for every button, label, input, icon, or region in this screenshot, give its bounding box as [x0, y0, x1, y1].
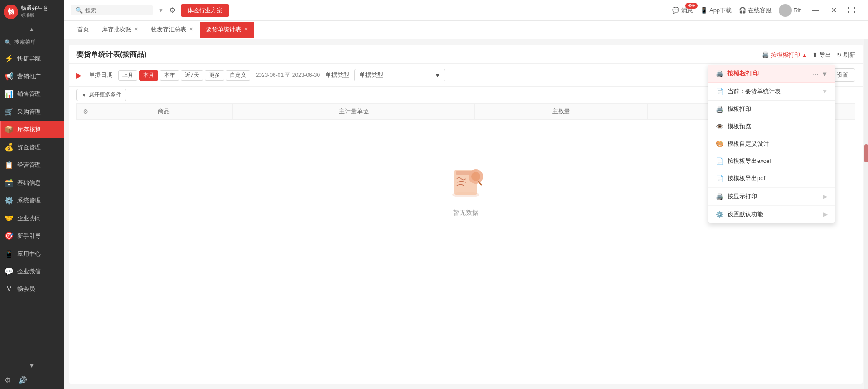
sidebar-item-marketing[interactable]: 📢 营销推广	[0, 67, 64, 85]
sidebar-item-inventory[interactable]: 📦 库存核算	[0, 121, 64, 138]
template-print-icon: 🖨️	[716, 106, 723, 113]
dropdown-print-icon: 🖨️	[716, 70, 723, 77]
refresh-btn[interactable]: ↻ 刷新	[837, 51, 855, 59]
sidebar-item-vip[interactable]: V 畅会员	[0, 280, 64, 298]
display-print-arrow: ▶	[823, 193, 828, 200]
tab-home[interactable]: 首页	[71, 22, 95, 38]
col-settings-icon[interactable]: ⚙	[83, 108, 89, 115]
header-dropdown-arrow[interactable]: ▼	[158, 7, 164, 14]
dropdown-close-arrow[interactable]: ▼	[822, 71, 828, 77]
export-btn[interactable]: ⬆ 导出	[813, 51, 831, 59]
template-pdf-icon: 📄	[716, 175, 723, 182]
type-label: 单据类型	[325, 71, 349, 79]
template-preview-icon: 👁️	[716, 123, 723, 130]
export-icon: ⬆	[813, 51, 818, 58]
dropdown-item-template-design[interactable]: 🎨 模板自定义设计	[708, 135, 835, 152]
print-icon: 🖨️	[762, 51, 769, 58]
system-icon: ⚙️	[5, 196, 14, 205]
empty-illustration	[443, 156, 489, 202]
dropdown-menu: 🖨️ 按模板打印 ··· ▼ 📄 当前：要货单统计表 ▼ 🖨️	[708, 65, 835, 223]
tab-order-summary[interactable]: 要货单统计表 ✕	[200, 22, 254, 38]
dropdown-more-icon[interactable]: ···	[813, 71, 818, 77]
dropdown-item-template-preview[interactable]: 👁️ 模板预览	[708, 118, 835, 135]
date-btn-more[interactable]: 更多	[205, 70, 224, 81]
tab-close-receipt-summary[interactable]: ✕	[189, 26, 193, 32]
col-settings[interactable]: ⚙	[77, 104, 95, 120]
minimize-button[interactable]: —	[806, 1, 824, 20]
trial-btn[interactable]: 体验行业方案	[181, 4, 229, 17]
date-btn-this-month[interactable]: 本月	[139, 70, 158, 81]
header-search-input[interactable]	[85, 7, 140, 14]
sidebar-item-purchase[interactable]: 🛒 采购管理	[0, 103, 64, 121]
app-download-icon: 📱	[700, 7, 708, 14]
sidebar-item-operations[interactable]: 📋 经营管理	[0, 156, 64, 174]
sidebar-item-finance[interactable]: 💰 资金管理	[0, 138, 64, 156]
settings-footer-icon[interactable]: ⚙	[5, 376, 11, 384]
filter-expand-arrow[interactable]: ▶	[76, 71, 82, 80]
wechat-icon: 💬	[5, 267, 14, 276]
guide-icon: 🎯	[5, 232, 14, 240]
dropdown-item-template-print[interactable]: 🖨️ 模板打印	[708, 101, 835, 118]
template-excel-icon: 📄	[716, 157, 723, 165]
user-avatar-item[interactable]: Rit	[779, 4, 801, 17]
quick-nav-icon: ⚡	[5, 54, 14, 63]
marketing-icon: 📢	[5, 72, 14, 81]
date-range: 2023-06-01 至 2023-06-30	[256, 71, 320, 79]
sidebar-item-system[interactable]: ⚙️ 系统管理	[0, 192, 64, 209]
message-icon: 💬	[672, 7, 679, 14]
sidebar-item-enterprise[interactable]: 🤝 企业协同	[0, 209, 64, 227]
sidebar-item-basic-info[interactable]: 🗃️ 基础信息	[0, 174, 64, 192]
page-actions: 🖨️ 按模板打印 ▲ ⬆ 导出 ↻ 刷新	[762, 51, 855, 59]
search-icon: 🔍	[5, 39, 11, 45]
header-search-bar[interactable]: 🔍	[71, 5, 153, 15]
dropdown-current-arrow: ▼	[822, 88, 828, 95]
set-default-arrow: ▶	[823, 211, 828, 217]
message-item[interactable]: 💬 消息 99+	[672, 6, 693, 15]
dropdown-current-icon: 📄	[716, 88, 723, 95]
sidebar-item-sales[interactable]: 📊 销售管理	[0, 85, 64, 103]
col-unit: 主计量单位	[232, 104, 475, 120]
dropdown-header-right: ··· ▼	[813, 71, 828, 77]
dropdown-item-template-excel[interactable]: 📄 按模板导出excel	[708, 152, 835, 170]
sidebar-scroll-down[interactable]: ▼	[0, 360, 64, 371]
print-template-btn[interactable]: 🖨️ 按模板打印 ▲	[762, 51, 807, 59]
empty-text: 暂无数据	[453, 209, 479, 217]
dropdown-display-print[interactable]: 🖨️ 按显示打印 ▶	[708, 187, 835, 205]
sidebar-item-wechat[interactable]: 💬 企业微信	[0, 263, 64, 280]
date-btn-custom[interactable]: 自定义	[226, 70, 250, 81]
dropdown-set-default[interactable]: ⚙️ 设置默认功能 ▶	[708, 205, 835, 223]
tab-batch-ledger[interactable]: 库存批次账 ✕	[95, 22, 145, 38]
sidebar-search[interactable]: 🔍 搜索菜单	[0, 35, 64, 50]
close-button[interactable]: ✕	[824, 1, 843, 20]
date-btn-last7days[interactable]: 近7天	[181, 70, 203, 81]
dropdown-item-template-pdf[interactable]: 📄 按模板导出pdf	[708, 170, 835, 187]
vip-icon: V	[5, 285, 14, 293]
print-dropdown-arrow: ▲	[802, 52, 807, 58]
sidebar-scroll-up[interactable]: ▲	[0, 24, 64, 35]
tab-close-order-summary[interactable]: ✕	[244, 26, 248, 32]
sidebar: 畅 畅通好生意 标准版 ▲ 🔍 搜索菜单 ⚡ 快捷导航 📢 营销推广 📊 销售管…	[0, 0, 64, 389]
sidebar-item-quick-nav[interactable]: ⚡ 快捷导航	[0, 50, 64, 67]
maximize-button[interactable]: ⛶	[843, 1, 861, 20]
type-select[interactable]: 单据类型 ▼	[354, 69, 445, 81]
date-btn-last-month[interactable]: 上月	[118, 70, 137, 81]
enterprise-icon: 🤝	[5, 214, 14, 222]
finance-icon: 💰	[5, 143, 14, 152]
expand-conditions-btn[interactable]: ▼ 展开更多条件	[76, 89, 126, 101]
sidebar-logo: 畅 畅通好生意 标准版	[0, 0, 64, 24]
online-service-item[interactable]: 🎧 在线客服	[739, 6, 772, 15]
tab-close-batch-ledger[interactable]: ✕	[134, 26, 138, 32]
right-scrollbar-thumb[interactable]	[864, 144, 868, 162]
date-label: 单据日期	[89, 71, 113, 79]
dropdown-current[interactable]: 📄 当前：要货单统计表 ▼	[708, 83, 835, 100]
sidebar-nav: ⚡ 快捷导航 📢 营销推广 📊 销售管理 🛒 采购管理 📦 库存核算 💰 资金管…	[0, 50, 64, 360]
tab-receipt-summary[interactable]: 收发存汇总表 ✕	[145, 22, 200, 38]
dropdown-header[interactable]: 🖨️ 按模板打印 ··· ▼	[708, 65, 835, 83]
header-gear-icon[interactable]: ⚙	[169, 6, 175, 15]
app-download-item[interactable]: 📱 App下载	[700, 6, 732, 15]
sidebar-item-guide[interactable]: 🎯 新手引导	[0, 227, 64, 245]
sound-footer-icon[interactable]: 🔊	[18, 376, 27, 384]
set-default-icon: ⚙️	[716, 211, 723, 218]
date-btn-this-year[interactable]: 本年	[160, 70, 179, 81]
sidebar-item-app-center[interactable]: 📱 应用中心	[0, 245, 64, 263]
